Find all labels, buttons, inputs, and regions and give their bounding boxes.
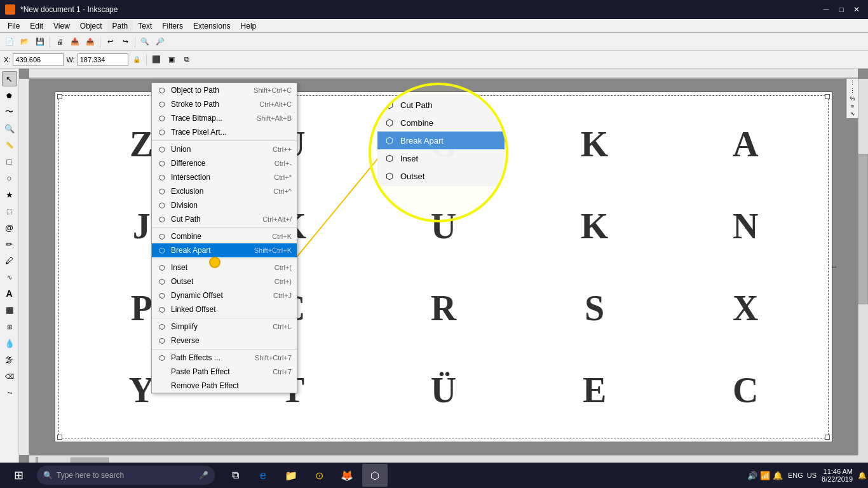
mesh-tool[interactable]: ⊞ (2, 319, 17, 334)
paste-path-effect-label: Paste Path Effect (171, 367, 273, 376)
tweak-tool[interactable]: 〜 (2, 104, 17, 119)
eraser-tool[interactable]: ⌫ (2, 369, 17, 384)
combine-shortcut: Ctrl+K (272, 233, 292, 240)
import-button[interactable]: 📥 (68, 35, 82, 49)
menu-remove-path-effect[interactable]: Remove Path Effect (152, 379, 297, 393)
menu-exclusion[interactable]: ⬡ Exclusion Ctrl+^ (152, 184, 297, 198)
callout-cut-path[interactable]: ⬡ Cut Path (377, 96, 505, 114)
menu-dynamic-offset[interactable]: ⬡ Dynamic Offset Ctrl+J (152, 288, 297, 302)
maximize-button[interactable]: □ (835, 3, 848, 16)
menu-extensions[interactable]: Extensions (188, 20, 236, 32)
connector-tool[interactable]: ⤳ (2, 385, 17, 400)
difference-label: Difference (171, 159, 275, 168)
menu-inset[interactable]: ⬡ Inset Ctrl+( (152, 261, 297, 274)
gradient-tool[interactable]: ⬛ (2, 302, 17, 318)
snap-btn-3[interactable]: % (850, 95, 855, 102)
redo-button[interactable]: ↪ (118, 35, 132, 49)
menu-intersection[interactable]: ⬡ Intersection Ctrl+* (152, 170, 297, 184)
taskview-button[interactable]: ⧉ (222, 464, 248, 487)
menu-object-to-path[interactable]: ⬡ Object to Path Shift+Ctrl+C (152, 83, 297, 97)
w-label: W: (66, 56, 74, 64)
node-tool[interactable]: ⬟ (2, 88, 17, 103)
menu-path[interactable]: Path (107, 20, 133, 32)
3d-box-tool[interactable]: ⬚ (2, 203, 17, 219)
close-button[interactable]: ✕ (850, 3, 863, 16)
x-input[interactable] (13, 53, 64, 66)
transform-button[interactable]: ⧉ (180, 53, 194, 67)
menu-reverse[interactable]: ⬡ Reverse (152, 334, 297, 348)
menu-view[interactable]: View (48, 20, 75, 32)
pencil-tool[interactable]: ✏ (2, 236, 17, 252)
zoom-out-button[interactable]: 🔎 (153, 35, 167, 49)
menu-division[interactable]: ⬡ Division (152, 198, 297, 212)
menu-edit[interactable]: Edit (25, 20, 48, 32)
notification-button[interactable]: 🔔 (858, 471, 865, 480)
snap-btn-5[interactable]: ∿ (850, 111, 855, 117)
callout-combine[interactable]: ⬡ Combine (377, 114, 505, 132)
menu-union[interactable]: ⬡ Union Ctrl++ (152, 142, 297, 156)
menu-object[interactable]: Object (75, 20, 107, 32)
open-button[interactable]: 📂 (18, 35, 32, 49)
resize-handle-right[interactable]: ↔ (831, 262, 838, 271)
menu-linked-offset[interactable]: ⬡ Linked Offset (152, 302, 297, 316)
menu-help[interactable]: Help (236, 20, 262, 32)
rect-tool[interactable]: □ (2, 154, 17, 169)
menu-trace-bitmap[interactable]: ⬡ Trace Bitmap... Shift+Alt+B (152, 111, 297, 125)
scrollbar-vertical[interactable] (858, 79, 868, 455)
snap-btn-2[interactable]: ⋮ (850, 88, 855, 94)
menu-outset[interactable]: ⬡ Outset Ctrl+) (152, 274, 297, 288)
menu-break-apart[interactable]: ⬡ Break Apart Shift+Ctrl+K (152, 243, 297, 257)
taskbar-search[interactable]: 🔍 Type here to search 🎤 (37, 466, 215, 485)
handle-br[interactable] (825, 435, 830, 440)
snap-btn-1[interactable]: ⋮ (850, 80, 855, 86)
menu-path-effects[interactable]: ⬡ Path Effects ... Shift+Ctrl+7 (152, 351, 297, 365)
menu-trace-pixel-art[interactable]: ⬡ Trace Pixel Art... (152, 125, 297, 139)
menu-file[interactable]: File (3, 20, 25, 32)
spray-tool[interactable]: 🌫 (2, 352, 17, 367)
text-tool[interactable]: A (2, 286, 17, 301)
export-button[interactable]: 📤 (83, 35, 97, 49)
align-center-button[interactable]: ▣ (165, 53, 179, 67)
menu-difference[interactable]: ⬡ Difference Ctrl+- (152, 156, 297, 170)
measure-tool[interactable]: 📏 (2, 137, 17, 152)
menu-text[interactable]: Text (133, 20, 157, 32)
explorer-button[interactable]: 📁 (278, 464, 304, 487)
division-icon: ⬡ (157, 200, 167, 210)
new-button[interactable]: 📄 (3, 35, 17, 49)
menu-filters[interactable]: Filters (157, 20, 188, 32)
minimize-button[interactable]: ─ (820, 3, 832, 16)
handle-bl[interactable] (57, 435, 62, 440)
zoom-tool[interactable]: 🔍 (2, 121, 17, 136)
menu-cut-path[interactable]: ⬡ Cut Path Ctrl+Alt+/ (152, 212, 297, 226)
callout-break-apart[interactable]: ⬡ Break Apart (377, 132, 505, 149)
menu-paste-path-effect[interactable]: Paste Path Effect Ctrl+7 (152, 365, 297, 379)
lock-ratio-button[interactable]: 🔒 (130, 53, 144, 67)
zoom-in-button[interactable]: 🔍 (138, 35, 152, 49)
callout-inset[interactable]: ⬡ Inset (377, 149, 505, 167)
align-left-button[interactable]: ⬛ (149, 53, 163, 67)
circle-tool[interactable]: ○ (2, 170, 17, 186)
calligraphy-tool[interactable]: ∿ (2, 269, 17, 285)
snap-btn-4[interactable]: ≡ (851, 103, 854, 109)
dropper-tool[interactable]: 💧 (2, 336, 17, 351)
print-button[interactable]: 🖨 (53, 35, 67, 49)
start-button[interactable]: ⊞ (3, 464, 34, 487)
star-tool[interactable]: ★ (2, 187, 17, 202)
select-tool[interactable]: ↖ (2, 71, 17, 86)
clock-display: 11:46 AM 8/22/2019 (822, 468, 853, 483)
pen-tool[interactable]: 🖊 (2, 253, 17, 268)
menu-stroke-to-path[interactable]: ⬡ Stroke to Path Ctrl+Alt+C (152, 97, 297, 111)
spiral-tool[interactable]: @ (2, 220, 17, 235)
edge-button[interactable]: e (250, 464, 276, 487)
undo-button[interactable]: ↩ (103, 35, 117, 49)
menu-combine[interactable]: ⬡ Combine Ctrl+K (152, 229, 297, 243)
save-button[interactable]: 💾 (33, 35, 47, 49)
menu-simplify[interactable]: ⬡ Simplify Ctrl+L (152, 320, 297, 334)
inkscape-taskbar-button[interactable]: ⬡ (362, 464, 388, 487)
handle-tr[interactable] (825, 94, 830, 99)
chrome-button[interactable]: ⊙ (306, 464, 332, 487)
firefox-button[interactable]: 🦊 (334, 464, 360, 487)
callout-outset[interactable]: ⬡ Outset (377, 167, 505, 185)
handle-tl[interactable] (57, 94, 62, 99)
w-input[interactable] (78, 53, 128, 66)
